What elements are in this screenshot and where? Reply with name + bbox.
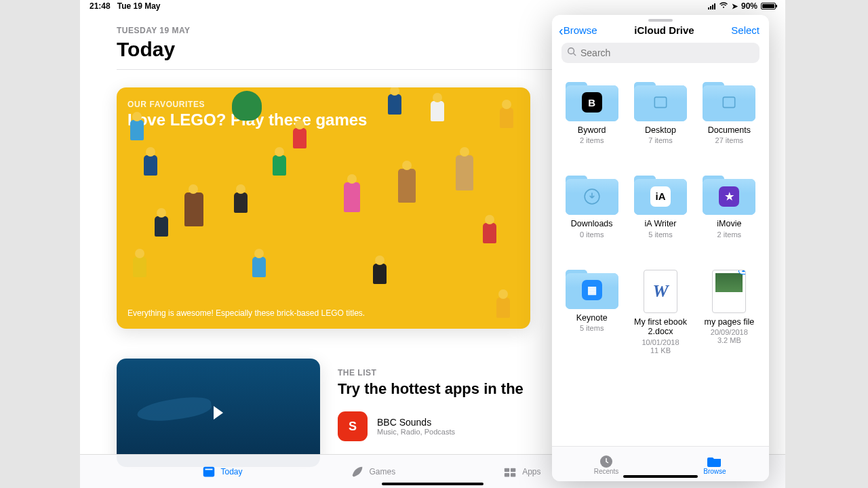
document-icon: W [644,270,677,313]
file-name: iA Writer [630,219,690,228]
file-subtitle: 0 items [561,230,622,239]
feature-pretitle: OUR FAVOURITES [127,100,205,109]
file-subtitle: 5 items [630,230,690,239]
svg-rect-1 [205,468,213,470]
video-card[interactable] [117,359,320,467]
file-subtitle: 20/09/2018 [699,328,760,336]
svg-rect-2 [505,468,509,471]
file-name: iMovie [699,219,760,228]
status-date: Tue 19 May [117,1,161,11]
svg-line-9 [574,54,576,56]
file-subtitle: 27 items [699,136,760,144]
battery-icon [761,3,776,9]
file-name: Desktop [630,125,690,135]
svg-rect-4 [505,472,509,476]
ipad-screen: 21:48 Tue 19 May ➤ 90% TUESDAY 19 MAY To… [80,0,785,488]
feature-card[interactable]: OUR FAVOURITES Love LEGO? Play these gam… [117,87,530,329]
search-field[interactable] [561,43,760,63]
apps-icon [503,466,518,478]
home-indicator[interactable] [382,483,484,485]
battery-percent: 90% [741,1,757,11]
location-icon: ➤ [732,2,738,11]
panel-home-indicator[interactable] [623,475,698,478]
file-subtitle: 5 items [561,324,622,332]
wifi-icon [719,1,728,11]
app-icon: S [338,411,368,441]
file-subtitle: 2 items [699,230,760,239]
panel-title: iCloud Drive [634,24,694,36]
panel-grip[interactable] [648,19,673,22]
document-thumbnail: ☁ [712,270,746,313]
file-subtitle2: 3.2 MB [699,336,760,344]
chevron-left-icon: ‹ [559,26,564,35]
file-name: Documents [699,125,760,135]
folder-icon [634,82,687,121]
select-button[interactable]: Select [731,24,760,36]
file-name: Byword [561,125,622,135]
folder-icon: B [566,82,618,121]
back-button[interactable]: ‹ Browse [559,24,597,36]
file-name: Downloads [561,219,622,228]
file-item[interactable]: Downloads0 items [561,176,622,238]
file-item[interactable]: BByword2 items [561,82,622,144]
tab-games[interactable]: Games [350,466,395,478]
file-name: my pages file [699,317,760,327]
file-item[interactable]: ★iMovie2 items [699,176,760,238]
play-icon [214,406,223,420]
files-grid: BByword2 itemsDesktop7 itemsDocuments27 … [552,63,769,446]
file-item[interactable]: iAiA Writer5 items [630,176,690,238]
svg-rect-11 [724,98,735,108]
folder-icon: iA [634,176,687,215]
file-name: My first ebook 2.docx [630,317,690,337]
clock-icon [598,453,614,467]
file-item[interactable]: WMy first ebook 2.docx10/01/201811 KB [630,270,690,354]
svg-rect-5 [511,472,515,476]
folder-icon [566,176,618,215]
files-slideover: ‹ Browse iCloud Drive Select BByword2 it… [552,15,769,481]
rocket-icon [350,466,365,478]
cellular-icon [708,3,715,9]
svg-rect-0 [203,466,214,476]
folder-icon [707,453,723,467]
cloud-download-icon: ☁ [738,270,746,274]
svg-rect-10 [654,98,666,108]
search-input[interactable] [580,47,754,58]
folder-icon: ★ [703,176,755,215]
file-item[interactable]: ▦Keynote5 items [561,270,622,354]
search-icon [567,47,576,59]
file-item[interactable]: Desktop7 items [630,82,690,144]
status-time: 21:48 [90,1,111,11]
tab-apps[interactable]: Apps [503,466,540,478]
file-name: Keynote [561,313,622,323]
folder-icon: ▦ [566,270,618,309]
today-icon [201,466,216,478]
file-item[interactable]: ☁my pages file20/09/20183.2 MB [699,270,760,354]
file-item[interactable]: Documents27 items [699,82,760,144]
app-name: BBC Sounds [377,417,455,428]
feature-caption: Everything is awesome! Especially these … [127,308,365,318]
file-subtitle2: 11 KB [630,346,690,354]
folder-icon [703,82,755,121]
svg-point-8 [568,48,574,54]
file-subtitle: 10/01/2018 [630,338,690,346]
status-bar: 21:48 Tue 19 May ➤ 90% [80,0,785,12]
tab-today[interactable]: Today [201,466,242,478]
file-subtitle: 2 items [561,136,622,144]
app-subtitle: Music, Radio, Podcasts [377,428,455,436]
svg-rect-3 [511,468,515,471]
file-subtitle: 7 items [630,136,690,144]
